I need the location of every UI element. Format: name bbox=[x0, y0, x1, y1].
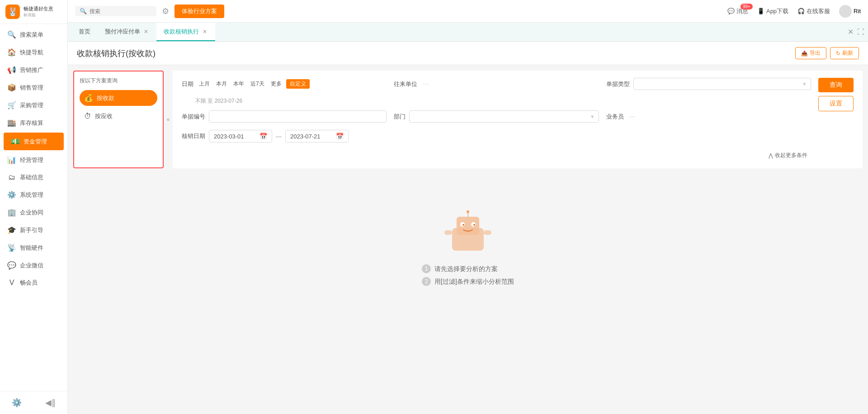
date-custom-btn[interactable]: 自定义 bbox=[286, 79, 310, 89]
filter-option-by-receive[interactable]: 💰 按收款 bbox=[80, 90, 157, 106]
counterpart-ellipsis[interactable]: ··· bbox=[421, 78, 430, 90]
message-badge: 99+ bbox=[741, 4, 753, 10]
tabbar: 首页 预付冲应付单 ✕ 收款核销执行 ✕ ✕ ⛶ bbox=[68, 23, 868, 42]
topbar-user-btn[interactable]: Rit bbox=[839, 5, 861, 18]
sidebar-item-search[interactable]: 🔍 搜索菜单 bbox=[0, 26, 67, 43]
export-button[interactable]: 📤 导出 bbox=[795, 47, 826, 59]
query-button[interactable]: 查询 bbox=[818, 78, 854, 92]
date-this-month-btn[interactable]: 本月 bbox=[214, 79, 229, 89]
sidebar-item-hardware[interactable]: 📡 智能硬件 bbox=[0, 239, 67, 257]
sidebar-item-wechat[interactable]: 💬 企业微信 bbox=[0, 257, 67, 274]
sidebar-item-purchase[interactable]: 🛒 采购管理 bbox=[0, 96, 67, 114]
sidebar-item-system[interactable]: ⚙️ 系统管理 bbox=[0, 186, 67, 204]
collapse-more-icon: ⋀ bbox=[769, 152, 773, 159]
sidebar-item-enterprise[interactable]: 🏢 企业协同 bbox=[0, 204, 67, 221]
sidebar-item-guide-label: 新手引导 bbox=[20, 226, 43, 234]
doctype-select[interactable]: ▾ bbox=[633, 78, 811, 90]
tab-home-label: 首页 bbox=[79, 28, 90, 36]
sidebar-item-guide[interactable]: 🎓 新手引导 bbox=[0, 221, 67, 239]
finance-icon: 💵 bbox=[11, 137, 20, 146]
filter-row-1: 日期 上月 本月 本年 近7天 更多 自定义 bbox=[182, 78, 811, 90]
date-7days-btn[interactable]: 近7天 bbox=[249, 79, 266, 89]
sidebar-item-hardware-label: 智能硬件 bbox=[20, 244, 43, 252]
svg-point-5 bbox=[473, 224, 475, 226]
date-more-btn[interactable]: 更多 bbox=[269, 79, 283, 89]
tab-prepay-close[interactable]: ✕ bbox=[143, 28, 149, 36]
sidebar-item-basic[interactable]: 🗂 基础信息 bbox=[0, 169, 67, 186]
basic-icon: 🗂 bbox=[7, 173, 16, 181]
filter-scheme-panel: 按以下方案查询 💰 按收款 ⏱ 按应收 bbox=[73, 71, 164, 168]
verify-date-range: 2023-03-01 📅 — 2023-07-21 📅 bbox=[209, 130, 349, 143]
logo-text-block: 畅捷通好生意 标准版 bbox=[24, 5, 53, 18]
sidebar-item-finance-label: 资金管理 bbox=[24, 138, 47, 146]
collapse-sidebar-btn[interactable]: ◀‖ bbox=[42, 395, 58, 410]
dept-select[interactable]: ▾ bbox=[409, 110, 599, 123]
sidebar-item-inventory[interactable]: 🏬 库存核算 bbox=[0, 114, 67, 132]
app-label: App下载 bbox=[766, 7, 788, 15]
tab-home[interactable]: 首页 bbox=[71, 23, 98, 41]
tabbar-expand-btn[interactable]: ⛶ bbox=[857, 28, 864, 36]
user-name: Rit bbox=[854, 8, 861, 14]
collapse-more-btn[interactable]: ⋀ 收起更多条件 bbox=[182, 150, 811, 161]
filter-row-2: 单据编号 部门 ▾ bbox=[182, 110, 811, 123]
topbar-search-input[interactable] bbox=[90, 8, 148, 14]
date-shortcuts: 上月 本月 本年 近7天 更多 自定义 bbox=[197, 79, 310, 89]
sidebar-item-sales-label: 销售管理 bbox=[20, 84, 43, 92]
sidebar-item-marketing[interactable]: 📢 营销推广 bbox=[0, 61, 67, 79]
date-last-month-btn[interactable]: 上月 bbox=[197, 79, 212, 89]
topbar-app-btn[interactable]: 📱 App下载 bbox=[757, 7, 788, 15]
topbar: 🔍 ⚙ 体验行业方案 💬 消息 99+ 📱 App下载 🎧 在线客服 Rit bbox=[68, 0, 868, 23]
sidebar-item-search-label: 搜索菜单 bbox=[20, 31, 43, 39]
settings-bottom-btn[interactable]: ⚙️ bbox=[9, 395, 24, 410]
sidebar-item-member-label: 畅会员 bbox=[20, 279, 38, 287]
refresh-button[interactable]: ↻ 刷新 bbox=[830, 47, 859, 59]
staff-ellipsis[interactable]: ··· bbox=[627, 111, 637, 123]
filter-docno-field: 单据编号 bbox=[182, 110, 387, 123]
tabbar-close-btn[interactable]: ✕ bbox=[848, 28, 854, 36]
topbar-gear-icon[interactable]: ⚙ bbox=[162, 6, 169, 16]
sidebar-bottom: ⚙️ ◀‖ bbox=[0, 391, 67, 414]
topbar-search-box[interactable]: 🔍 bbox=[75, 6, 156, 16]
filter-settings-button[interactable]: 设置 bbox=[818, 96, 854, 111]
filter-verifydate-field: 核销日期 2023-03-01 📅 — 2023-07-21 bbox=[182, 130, 811, 143]
empty-tip-1: 1 请先选择要分析的方案 bbox=[422, 262, 514, 275]
counterpart-label: 往来单位 bbox=[394, 80, 417, 88]
date-this-year-btn[interactable]: 本年 bbox=[231, 79, 246, 89]
receive-option-label: 按收款 bbox=[97, 94, 114, 102]
empty-robot-illustration bbox=[441, 210, 495, 255]
sidebar-item-finance[interactable]: 💵 资金管理 bbox=[4, 133, 64, 150]
sidebar-item-system-label: 系统管理 bbox=[20, 191, 43, 199]
sidebar-item-enterprise-label: 企业协同 bbox=[20, 209, 43, 217]
topbar-message-btn[interactable]: 💬 消息 99+ bbox=[727, 7, 748, 15]
sidebar-item-sales[interactable]: 📦 销售管理 bbox=[0, 79, 67, 96]
tab-prepay[interactable]: 预付冲应付单 ✕ bbox=[98, 23, 156, 41]
tab-receive-close[interactable]: ✕ bbox=[202, 28, 208, 36]
docno-input[interactable] bbox=[209, 110, 387, 123]
tab-receive[interactable]: 收款核销执行 ✕ bbox=[156, 23, 215, 41]
sidebar-item-purchase-label: 采购管理 bbox=[20, 101, 43, 109]
service-icon: 🎧 bbox=[797, 8, 805, 14]
system-icon: ⚙️ bbox=[7, 190, 16, 199]
sidebar: 🐰 畅捷通好生意 标准版 🔍 搜索菜单 🏠 快捷导航 📢 营销推广 📦 销售管理… bbox=[0, 0, 68, 414]
collapse-arrow-icon: « bbox=[167, 116, 170, 123]
sidebar-item-operation[interactable]: 📊 经营管理 bbox=[0, 151, 67, 169]
verify-date-end-calendar-icon: 📅 bbox=[336, 133, 344, 140]
topbar-service-btn[interactable]: 🎧 在线客服 bbox=[797, 7, 830, 15]
purchase-icon: 🛒 bbox=[7, 101, 16, 109]
filter-collapse-button[interactable]: « bbox=[164, 71, 173, 168]
topbar-right: 💬 消息 99+ 📱 App下载 🎧 在线客服 Rit bbox=[727, 5, 861, 18]
sidebar-item-quick[interactable]: 🏠 快捷导航 bbox=[0, 43, 67, 61]
verify-date-start-input[interactable]: 2023-03-01 📅 bbox=[209, 130, 272, 143]
docno-label: 单据编号 bbox=[182, 113, 205, 121]
filter-staff-field: 业务员 ··· bbox=[606, 111, 811, 123]
user-avatar bbox=[839, 5, 852, 18]
filter-option-by-payable[interactable]: ⏱ 按应收 bbox=[80, 109, 157, 124]
empty-tip-1-text: 请先选择要分析的方案 bbox=[434, 262, 498, 275]
filter-doctype-field: 单据类型 ▾ bbox=[606, 78, 811, 90]
topbar-solution-button[interactable]: 体验行业方案 bbox=[175, 5, 224, 18]
verify-date-end-input[interactable]: 2023-07-21 📅 bbox=[285, 130, 349, 143]
sidebar-item-member[interactable]: V 畅会员 bbox=[0, 274, 67, 291]
sidebar-item-operation-label: 经营管理 bbox=[20, 156, 43, 164]
date-no-limit: 不限 至 2023-07-26 bbox=[195, 97, 811, 105]
filter-panel: 按以下方案查询 💰 按收款 ⏱ 按应收 « bbox=[73, 71, 863, 168]
